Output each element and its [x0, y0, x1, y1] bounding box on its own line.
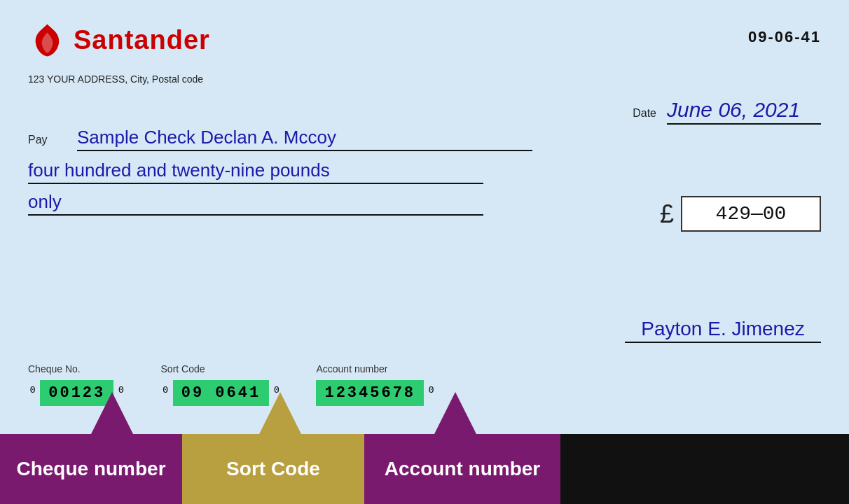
bottom-cheque-number: Cheque number	[0, 434, 182, 504]
arrow-sort	[259, 392, 301, 434]
account-number-label: Account number	[316, 363, 387, 374]
account-number-strip: 12345678 ⁰	[316, 380, 436, 406]
address: 123 YOUR ADDRESS, City, Postal code	[28, 74, 821, 85]
sort-code-label: Sort Code	[161, 363, 205, 374]
cheque-header: Santander 09-06-41	[28, 21, 821, 59]
bottom-sort-code: Sort Code	[182, 434, 364, 504]
pay-row: Pay Sample Check Declan A. Mccoy	[28, 127, 821, 151]
bottom-account-number: Account number	[364, 434, 560, 504]
amount-words-line1: four hundred and twenty-nine pounds	[28, 160, 483, 184]
pound-sign: £	[660, 200, 674, 229]
amount-box-section: £ 429—00	[660, 196, 821, 232]
payee-name: Sample Check Declan A. Mccoy	[77, 127, 532, 151]
arrow-cheque	[91, 392, 133, 434]
micr-bar-left-cheque: ⁰	[28, 384, 37, 402]
bottom-bar: Cheque number Sort Code Account number	[0, 434, 849, 504]
sort-code-value: 09 0641	[173, 380, 269, 406]
logo-container: Santander	[28, 21, 210, 59]
date-label: Date	[633, 107, 656, 120]
signature: Payton E. Jimenez	[625, 318, 821, 343]
amount-words-row: four hundred and twenty-nine pounds	[28, 160, 821, 184]
amount-box: 429—00	[681, 196, 821, 232]
pay-label: Pay	[28, 134, 63, 146]
amount-words-line2: only	[28, 191, 483, 216]
logo-text: Santander	[74, 25, 210, 55]
micr-bar-left-sort: ⁰	[161, 384, 170, 402]
micr-section: Cheque No. ⁰ 00123 ⁰ Sort Code ⁰ 09 0641…	[28, 363, 821, 406]
arrow-account	[434, 392, 476, 434]
cheque: Santander 09-06-41 123 YOUR ADDRESS, Cit…	[0, 0, 849, 434]
sort-code-display: 09-06-41	[748, 28, 821, 46]
santander-flame-icon	[28, 21, 67, 59]
account-number-group: Account number 12345678 ⁰	[316, 363, 436, 406]
bottom-empty	[560, 434, 849, 504]
date-row: Date June 06, 2021	[633, 98, 821, 125]
cheque-number-label: Cheque No.	[28, 363, 81, 374]
date-value: June 06, 2021	[667, 98, 821, 125]
account-number-value: 12345678	[316, 380, 424, 406]
